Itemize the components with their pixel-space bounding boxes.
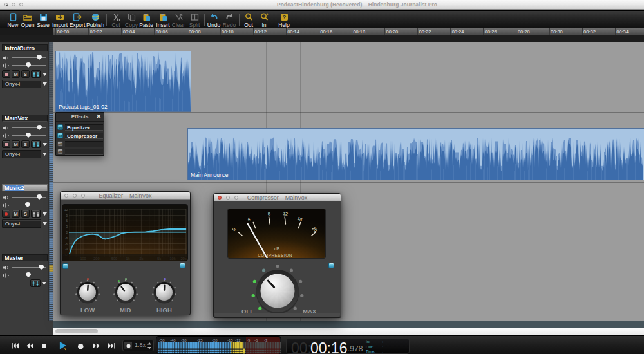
svg-text:COMPRESSION: COMPRESSION: [258, 253, 292, 257]
svg-text:dB: dB: [274, 247, 279, 251]
svg-text:?: ?: [282, 14, 286, 21]
svg-text:12: 12: [283, 211, 289, 216]
